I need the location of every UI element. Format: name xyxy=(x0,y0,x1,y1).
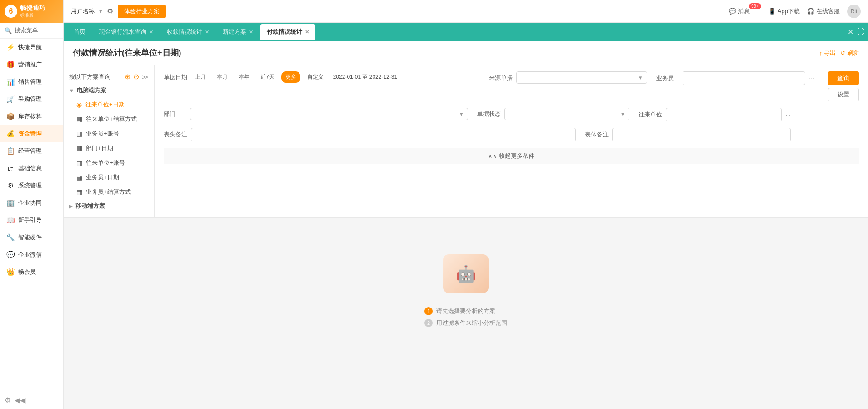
tab-bank-flow-label: 现金银行流水查询 xyxy=(99,28,146,36)
scheme-item-staff-settle[interactable]: ▦ 业务员+结算方式 xyxy=(64,185,154,199)
tip-2-number: 2 xyxy=(424,319,433,327)
tab-actions: ✕ ⛶ xyxy=(848,28,864,36)
tab-maximize-icon[interactable]: ⛶ xyxy=(857,28,864,36)
tab-new-scheme[interactable]: 新建方案 ✕ xyxy=(216,24,259,40)
query-button[interactable]: 查询 xyxy=(828,71,859,85)
sidebar-item-marketing[interactable]: 🎁 营销推广 xyxy=(0,56,63,73)
scheme-item-dept-date[interactable]: ▦ 部门+日期 xyxy=(64,141,154,156)
sidebar-item-label: 采购管理 xyxy=(18,95,42,103)
sidebar-item-enterprise[interactable]: 🏢 企业协同 xyxy=(0,194,63,212)
body-note-input[interactable] xyxy=(612,128,791,141)
app-download-button[interactable]: 📱 App下载 xyxy=(768,7,800,15)
source-label: 来源单据 xyxy=(489,74,513,82)
filter-section: 按以下方案查询 ⊕ ⊙ ≫ ▼ 电脑端方案 ◉ 往来单位+日期 xyxy=(64,65,868,218)
avatar[interactable]: Rit xyxy=(847,5,861,18)
scheme-item-label: 业务员+日期 xyxy=(86,173,119,182)
topbar-dropdown-icon[interactable]: ▾ xyxy=(99,8,102,15)
dept-select[interactable]: ▾ xyxy=(190,108,468,120)
scheme-collapse-button[interactable]: ≫ xyxy=(142,73,149,81)
online-service-button[interactable]: 🎧 在线客服 xyxy=(807,7,840,15)
date-label: 单据日期 xyxy=(164,73,187,81)
header-note-input[interactable] xyxy=(191,128,576,141)
filter-item-voucher-status: 单据状态 ▾ xyxy=(477,108,629,120)
scheme-item-label: 往来单位+日期 xyxy=(85,101,125,109)
sidebar-item-hardware[interactable]: 🔧 智能硬件 xyxy=(0,229,63,246)
sidebar-item-guide[interactable]: 📖 新手引导 xyxy=(0,212,63,229)
salesperson-dots-button[interactable]: ··· xyxy=(809,75,814,82)
tab-bank-flow-close[interactable]: ✕ xyxy=(149,29,153,35)
source-select[interactable]: ▾ xyxy=(516,71,647,84)
date-this-month-btn[interactable]: 本月 xyxy=(213,71,232,83)
date-this-year-btn[interactable]: 本年 xyxy=(234,71,254,83)
hardware-icon: 🔧 xyxy=(6,233,15,242)
sidebar-item-finance[interactable]: 💰 资金管理 xyxy=(0,125,63,142)
messages-button[interactable]: 💬 消息 99+ xyxy=(729,7,761,15)
tab-close-all-icon[interactable]: ✕ xyxy=(848,28,853,36)
voucher-status-select[interactable]: ▾ xyxy=(504,108,629,120)
sales-icon: 📊 xyxy=(6,78,15,86)
scheme-sidebar: 按以下方案查询 ⊕ ⊙ ≫ ▼ 电脑端方案 ◉ 往来单位+日期 xyxy=(64,65,155,217)
sidebar-item-label: 快捷导航 xyxy=(18,43,42,51)
empty-tips: 1 请先选择要分析的方案 2 用过滤条件来缩小分析范围 xyxy=(424,307,507,327)
date-custom-btn[interactable]: 自定义 xyxy=(303,71,328,83)
sidebar-item-purchase[interactable]: 🛒 采购管理 xyxy=(0,91,63,108)
scheme-header-label: 按以下方案查询 xyxy=(69,73,110,81)
date-last-7days-btn[interactable]: 近7天 xyxy=(256,71,279,83)
scheme-item-unit-account[interactable]: ▦ 往来单位+账号 xyxy=(64,156,154,170)
scheme-actions: ⊕ ⊙ ≫ xyxy=(125,72,149,81)
unit-settle-icon: ▦ xyxy=(76,116,82,123)
scheme-group-mobile-header[interactable]: ▶ 移动端方案 xyxy=(64,199,154,213)
collapse-bar: ∧∧ 收起更多条件 xyxy=(164,148,859,164)
sidebar-item-label: 智能硬件 xyxy=(18,233,42,242)
tab-bank-flow[interactable]: 现金银行流水查询 ✕ xyxy=(93,24,160,40)
refresh-button[interactable]: ↺ 刷新 xyxy=(840,49,859,57)
sidebar-item-basic-info[interactable]: 🗂 基础信息 xyxy=(0,160,63,177)
empty-face-icon: 🤖 xyxy=(456,264,476,283)
tab-new-scheme-close[interactable]: ✕ xyxy=(249,29,253,35)
tab-home[interactable]: 首页 xyxy=(67,24,92,40)
scheme-item-label: 部门+日期 xyxy=(86,144,113,152)
sidebar-item-label: 企业微信 xyxy=(18,251,42,259)
export-button[interactable]: ↑ 导出 xyxy=(819,49,836,57)
tab-receivable[interactable]: 收款情况统计 ✕ xyxy=(160,24,215,40)
sidebar-item-wechat[interactable]: 💬 企业微信 xyxy=(0,246,63,263)
sidebar-item-inventory[interactable]: 📦 库存核算 xyxy=(0,108,63,125)
tab-payment-stat[interactable]: 付款情况统计 ✕ xyxy=(260,24,315,40)
tab-receivable-close[interactable]: ✕ xyxy=(205,29,209,35)
voucher-status-label: 单据状态 xyxy=(477,110,501,118)
search-menu-label: 搜索菜单 xyxy=(15,26,38,35)
filter-item-source: 来源单据 ▾ xyxy=(489,71,647,84)
scheme-item-staff-date[interactable]: ▦ 业务员+日期 xyxy=(64,170,154,185)
date-more-btn[interactable]: 更多 xyxy=(281,71,300,83)
salesperson-input[interactable] xyxy=(683,71,805,85)
mobile-group-label: 移动端方案 xyxy=(75,202,105,210)
collapse-button[interactable]: ∧∧ 收起更多条件 xyxy=(488,152,534,160)
sidebar-collapse-button[interactable]: ◀◀ xyxy=(15,396,25,404)
sidebar-item-member[interactable]: 👑 畅会员 xyxy=(0,263,63,281)
partner-dots-button[interactable]: ··· xyxy=(785,111,791,118)
scheme-settings-button[interactable]: ⊙ xyxy=(133,72,139,81)
search-menu-button[interactable]: 🔍 搜索菜单 xyxy=(0,23,63,39)
scheme-item-unit-settle[interactable]: ▦ 往来单位+结算方式 xyxy=(64,112,154,126)
tip-2-text: 用过滤条件来缩小分析范围 xyxy=(436,319,507,327)
filter-action-col: 查询 设置 xyxy=(828,71,859,101)
sidebar-item-quick-nav[interactable]: ⚡ 快捷导航 xyxy=(0,39,63,56)
topbar-settings-icon[interactable]: ⚙ xyxy=(107,7,113,15)
chevron-up-icon: ∧∧ xyxy=(488,153,497,160)
page-actions: ↑ 导出 ↺ 刷新 xyxy=(819,49,859,57)
sidebar-settings-button[interactable]: ⚙ xyxy=(5,396,11,404)
scheme-item-staff-account[interactable]: ▦ 业务员+账号 xyxy=(64,126,154,141)
sidebar-item-operations[interactable]: 📋 经营管理 xyxy=(0,142,63,160)
scheme-item-unit-date[interactable]: ◉ 往来单位+日期 xyxy=(64,97,154,112)
date-last-month-btn[interactable]: 上月 xyxy=(191,71,210,83)
sidebar-item-sales[interactable]: 📊 销售管理 xyxy=(0,73,63,91)
sidebar-item-system[interactable]: ⚙ 系统管理 xyxy=(0,177,63,194)
scheme-group-desktop-header[interactable]: ▼ 电脑端方案 xyxy=(64,84,154,97)
filter-item-dept: 部门 ▾ xyxy=(164,108,468,120)
partner-input[interactable] xyxy=(666,108,782,121)
trial-button[interactable]: 体验行业方案 xyxy=(118,5,166,18)
sidebar-item-label: 企业协同 xyxy=(18,199,42,207)
filter-settings-button[interactable]: 设置 xyxy=(828,88,859,101)
scheme-add-button[interactable]: ⊕ xyxy=(125,72,130,81)
tab-payment-stat-close[interactable]: ✕ xyxy=(305,29,309,35)
